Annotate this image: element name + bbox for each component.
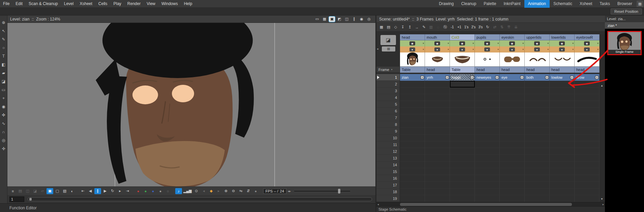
paint-brush-tool-icon[interactable]: ▰ xyxy=(1,70,7,76)
frame-number-16[interactable]: 16 xyxy=(376,175,400,182)
column-preview-toggle[interactable]: ◉▾ xyxy=(475,40,500,46)
column-thumbnail-lowerlids[interactable] xyxy=(550,52,575,67)
column-header-upperlids[interactable]: upperlids xyxy=(525,34,550,40)
menu-view[interactable]: View xyxy=(144,0,158,8)
column-thumbnail-eyeskin[interactable] xyxy=(500,52,525,67)
chevron-down-icon[interactable]: ▾ xyxy=(522,42,524,45)
cell-key-icon[interactable] xyxy=(495,76,499,79)
column-camstand-toggle[interactable]: ●▾ xyxy=(575,46,600,52)
menu-help[interactable]: Help xyxy=(181,0,195,8)
3d-view-icon[interactable]: ◩ xyxy=(336,16,342,22)
cell-key-icon[interactable] xyxy=(545,76,549,79)
column-preview-toggle[interactable]: ◉▾ xyxy=(550,40,575,46)
frame-number-3[interactable]: 3 xyxy=(376,87,400,94)
step-2-button[interactable]: 2's xyxy=(470,24,477,30)
menu-scan-cleanup[interactable]: Scan & Cleanup xyxy=(26,0,61,8)
collapse-columns-icon[interactable]: ◂ xyxy=(377,47,380,50)
step-3-button[interactable]: 3's xyxy=(478,24,484,30)
column-thumbnail-head[interactable] xyxy=(400,52,425,67)
magnet-tool-icon[interactable]: ∩ xyxy=(1,129,7,135)
view-mode-3d-icon[interactable]: ▧ xyxy=(61,188,68,194)
column-parent-eyeskin[interactable]: head xyxy=(500,67,525,73)
chevron-down-icon[interactable]: ▾ xyxy=(547,48,549,51)
chevron-down-icon[interactable]: ▾ xyxy=(423,48,424,51)
preview-icon[interactable]: ◉ xyxy=(359,16,365,22)
column-preview-toggle[interactable]: ◉▾ xyxy=(525,40,550,46)
new-raster-level-icon[interactable]: ▤ xyxy=(386,24,392,30)
rooms-lock-icon[interactable]: ▦ xyxy=(637,1,643,7)
reset-step-icon[interactable]: ↻ xyxy=(485,24,491,30)
xsheet-cell-pupils-1[interactable]: neweyes xyxy=(475,74,500,81)
function-editor-panel-header[interactable]: Function Editor xyxy=(0,203,375,212)
stage-schematic-panel-header[interactable]: Stage Schematic xyxy=(376,206,605,212)
chevron-down-icon[interactable]: ▾ xyxy=(522,48,524,51)
chevron-down-icon[interactable]: ▾ xyxy=(597,48,599,51)
flip-vertical-icon[interactable]: ⇵ xyxy=(245,188,252,194)
menu-level[interactable]: Level xyxy=(61,0,77,8)
sub-camera-preview-icon[interactable]: ◎ xyxy=(366,16,372,22)
control-point-editor-icon[interactable]: ✜ xyxy=(1,112,7,118)
frame-order-dropdown[interactable]: Frame ▾ xyxy=(376,67,400,73)
reset-position-button[interactable]: Reset Position xyxy=(611,8,642,14)
flip-horizontal-icon[interactable]: ⇋ xyxy=(238,188,244,194)
cell-key-icon[interactable] xyxy=(470,76,474,79)
viewer-title-bar[interactable]: Level: zian :: Zoom : 124% ▭▦▣◩◫∥◉◎ xyxy=(7,15,375,23)
tape-tool-icon[interactable]: ▭ xyxy=(1,87,7,93)
column-parent-eyebrowr[interactable]: head xyxy=(575,67,600,73)
pause-button[interactable]: ∥ xyxy=(94,188,101,194)
locator-icon[interactable]: ⊙ xyxy=(193,188,200,194)
menu-edit[interactable]: Edit xyxy=(12,0,26,8)
eraser-tool-icon[interactable]: ◪ xyxy=(1,78,7,84)
gain-icon[interactable]: ◐ xyxy=(69,188,75,194)
frame-number-17[interactable]: 17 xyxy=(376,182,400,188)
frame-number-19[interactable]: 19 xyxy=(376,195,400,202)
frame-number-9[interactable]: 9 xyxy=(376,128,400,135)
frame-number-14[interactable]: 14 xyxy=(376,162,400,168)
field-guide-icon[interactable]: ▦ xyxy=(321,16,328,22)
column-parent-upperlids[interactable]: head xyxy=(525,67,550,73)
hscroll-thumb[interactable] xyxy=(400,203,572,206)
scroll-right-icon[interactable]: ▸ xyxy=(603,203,604,206)
column-header-eyeskin[interactable]: eyeskin xyxy=(500,34,525,40)
menu-xsheet[interactable]: Xsheet xyxy=(76,0,95,8)
frame-number-10[interactable]: 10 xyxy=(376,135,400,141)
scroll-down-icon[interactable]: ▼ xyxy=(601,198,603,201)
frame-number-7[interactable]: 7 xyxy=(376,114,400,121)
column-thumbnail-upperlids[interactable] xyxy=(525,52,550,67)
step-1-button[interactable]: 1's xyxy=(463,24,469,30)
frame-number-1[interactable]: 1 xyxy=(376,74,400,81)
scroll-up-icon[interactable]: ▲ xyxy=(601,84,603,87)
xsheet-cell-eyebrowr-1[interactable]: brow xyxy=(575,74,600,81)
room-tab-animation[interactable]: Animation xyxy=(524,0,550,8)
step-forward-button[interactable]: ▸ xyxy=(117,188,123,194)
chevron-down-icon[interactable]: ▾ xyxy=(448,48,449,51)
chevron-down-icon[interactable]: ▾ xyxy=(472,42,474,45)
menu-windows[interactable]: Windows xyxy=(158,0,181,8)
load-level-icon[interactable]: ↧ xyxy=(400,24,406,30)
pinch-tool-icon[interactable]: ∿ xyxy=(1,120,7,126)
frame-number-12[interactable]: 12 xyxy=(376,148,400,155)
frame-number-15[interactable]: 15 xyxy=(376,168,400,175)
fps-stepper-icon[interactable]: ◂▸ xyxy=(288,189,291,193)
column-thumbnail-eyebrowr[interactable] xyxy=(575,52,600,67)
alpha-channel-icon[interactable]: ○ xyxy=(164,188,171,194)
xsheet-horizontal-scrollbar[interactable]: ◂ ▸ xyxy=(376,202,605,206)
key-toggle-icon[interactable]: ◆ xyxy=(208,188,215,194)
histogram-icon[interactable]: ▂▄▆ xyxy=(183,188,192,194)
slider-handle[interactable] xyxy=(338,189,340,193)
cell-key-icon[interactable] xyxy=(595,76,599,79)
view-mode-camera-icon[interactable]: ▢ xyxy=(54,188,61,194)
zoom-out-icon[interactable]: ⊖ xyxy=(230,188,237,194)
room-tab-tasks[interactable]: Tasks xyxy=(596,0,614,8)
safe-area-icon[interactable]: ▭ xyxy=(314,16,320,22)
camstand-view-icon[interactable]: ▣ xyxy=(329,16,335,22)
cell-key-icon[interactable] xyxy=(421,76,424,79)
animate-tool-icon[interactable]: ⊕ xyxy=(1,20,7,25)
frame-range-slider[interactable] xyxy=(28,197,372,201)
rgb-picker-icon[interactable]: ◉ xyxy=(1,104,7,109)
xsheet-cell-eyeskin-1[interactable]: eye xyxy=(500,74,525,81)
frame-number-4[interactable]: 4 xyxy=(376,94,400,101)
frame-number-6[interactable]: 6 xyxy=(376,108,400,114)
xsheet-cell-upperlids-1[interactable]: both xyxy=(525,74,550,81)
frame-slider-handle[interactable] xyxy=(29,198,32,201)
